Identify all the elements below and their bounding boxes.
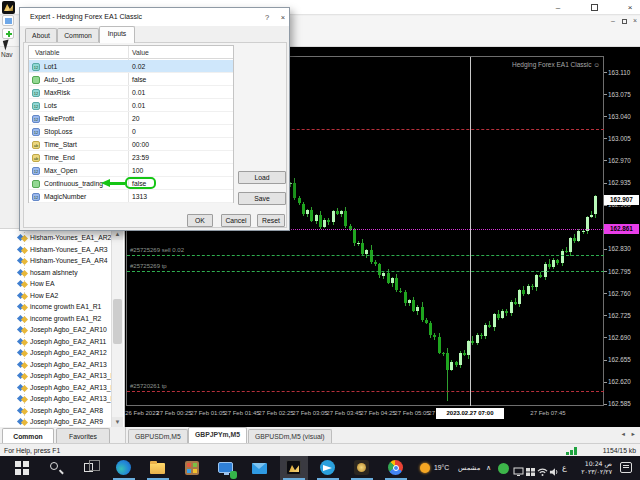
reset-button[interactable]: Reset <box>257 214 285 227</box>
param-row-continuous_trading[interactable]: Continuous_tradingfalse <box>29 177 233 190</box>
param-row-time_end[interactable]: abTime_End23:59 <box>29 151 233 164</box>
time-axis-label: 27 Feb 03:05 <box>292 410 327 416</box>
time-axis-label: 27 Feb 02:25 <box>258 410 293 416</box>
task-view-icon <box>82 460 98 476</box>
tray-chevron-icon[interactable]: ∧ <box>486 464 491 472</box>
tray-green-status-icon[interactable] <box>498 463 509 474</box>
param-row-auto_lots[interactable]: Auto_Lotsfalse <box>29 73 233 86</box>
tabs-scroll-right-icon[interactable]: ► <box>631 431 636 437</box>
new-order-icon[interactable] <box>2 15 14 26</box>
param-row-stoploss[interactable]: 12StopLoss0 <box>29 125 233 138</box>
tray-grid-icon[interactable] <box>525 463 536 473</box>
mdi-minimize-button[interactable]: – <box>608 17 618 25</box>
param-value[interactable]: 23:59 <box>132 154 149 161</box>
vertical-time-line[interactable] <box>470 57 471 406</box>
taskbar-icon-telegram[interactable] <box>314 456 342 480</box>
param-value[interactable]: 0.01 <box>132 102 145 109</box>
scrollbar-thumb[interactable] <box>113 299 122 344</box>
chart-tab[interactable]: GBPUSDm,M5 <box>128 429 188 443</box>
mdi-restore-button[interactable] <box>619 18 629 26</box>
param-row-max_open[interactable]: 12Max_Open100 <box>29 164 233 177</box>
start-icon <box>14 460 30 476</box>
nav-item-ea[interactable]: Joseph Agbo_EA2_AR13_R1 <box>0 370 112 382</box>
param-name: Lot1 <box>44 63 57 70</box>
dialog-tab-panel: Variable Value 12Lot10.02Auto_Lotsfalse1… <box>23 42 287 228</box>
nav-item-ea[interactable]: Hisham-Younes_EA_AR4 <box>0 255 112 267</box>
taskbar-icon-pc-manager[interactable] <box>212 456 240 480</box>
param-row-magicnumber[interactable]: 12MagicNumber1313 <box>29 190 233 203</box>
param-value[interactable]: false <box>132 76 146 83</box>
window-maximize-button[interactable] <box>584 2 604 13</box>
weather-widget[interactable]: 19°C مشمس <box>418 456 480 480</box>
taskbar-icon-mt4[interactable] <box>280 456 308 480</box>
param-value[interactable]: 0.01 <box>132 89 145 96</box>
dialog-help-button[interactable]: ? <box>260 12 274 23</box>
nav-item-ea[interactable]: Joseph Agbo_EA2_AR12 <box>0 347 112 359</box>
nav-item-ea[interactable]: Joseph Agbo_EA2_AR9 <box>0 416 112 428</box>
dialog-tab-inputs[interactable]: Inputs <box>99 26 135 43</box>
nav-item-ea[interactable]: Joseph Agbo_EA2_AR10 <box>0 324 112 336</box>
param-name: Time_End <box>44 154 75 161</box>
param-row-lot1[interactable]: 12Lot10.02 <box>29 60 233 73</box>
save-button[interactable]: Save <box>238 192 286 205</box>
nav-item-ea[interactable]: Hisham-Younes_EA_AR3 <box>0 244 112 256</box>
nav-item-ea[interactable]: income growth EA1_R1 <box>0 301 112 313</box>
navigator-scrollbar[interactable]: ▲ ▼ <box>111 229 123 428</box>
cancel-button[interactable]: Cancel <box>221 214 251 227</box>
taskbar-icon-edge[interactable] <box>110 456 138 480</box>
param-row-time_start[interactable]: abTime_Start00:00 <box>29 138 233 151</box>
chart-tab[interactable]: GBPUSDm,M5 (visual) <box>248 429 332 443</box>
ok-button[interactable]: OK <box>187 214 213 227</box>
dialog-tab-about[interactable]: About <box>25 28 57 42</box>
navigator-tab-common[interactable]: Common <box>2 428 54 443</box>
nav-item-ea[interactable]: Joseph Agbo_EA2_AR11 <box>0 336 112 348</box>
nav-item-ea[interactable]: income growth EA1_R2 <box>0 313 112 325</box>
action-center-icon[interactable] <box>620 462 632 473</box>
add-chart-icon[interactable] <box>2 28 14 39</box>
param-value[interactable]: 1313 <box>132 193 147 200</box>
load-button[interactable]: Load <box>238 171 286 184</box>
nav-item-ea[interactable]: Hisham-Younes_EA1_AR2 <box>0 232 112 244</box>
param-row-takeprofit[interactable]: 12TakeProfit20 <box>29 112 233 125</box>
nav-item-ea[interactable]: Joseph Agbo_EA2_AR13_R3 <box>0 393 112 405</box>
param-value[interactable]: 00:00 <box>132 141 149 148</box>
taskbar-icon-start[interactable] <box>8 456 36 480</box>
mdi-close-button[interactable]: × <box>630 17 640 25</box>
dialog-title-bar[interactable]: Expert - Hedging Forex EA1 Classic ? × <box>20 8 289 26</box>
param-value[interactable]: 0 <box>132 128 136 135</box>
tabs-scroll-left-icon[interactable]: ◄ <box>621 431 626 437</box>
param-row-maxrisk[interactable]: 12MaxRisk0.01 <box>29 86 233 99</box>
volume-icon[interactable] <box>549 463 560 473</box>
taskbar-icon-gold-app[interactable] <box>348 456 376 480</box>
window-minimize-button[interactable]: – <box>548 2 568 13</box>
mail-icon <box>252 460 268 476</box>
taskbar-icon-mail[interactable] <box>246 456 274 480</box>
tray-monitor-icon[interactable] <box>513 463 524 473</box>
taskbar-clock[interactable]: 10:24 ص ٢٠٢٣/٠٢/٢٧ <box>566 460 612 476</box>
taskbar-icon-search[interactable] <box>42 456 70 480</box>
price-tick-label: 162.690 <box>608 334 631 341</box>
chart-tab[interactable]: GBPJPYm,M5 <box>188 427 247 443</box>
taskbar-icon-file-explorer[interactable] <box>144 456 172 480</box>
nav-item-ea[interactable]: How EA <box>0 278 112 290</box>
dialog-tab-common[interactable]: Common <box>57 28 99 42</box>
nav-item-ea[interactable]: How EA2 <box>0 290 112 302</box>
wifi-icon[interactable] <box>537 463 548 473</box>
taskbar-icon-task-view[interactable] <box>76 456 104 480</box>
order-line-label: #25720261 tp <box>130 383 167 389</box>
taskbar-icon-package-app[interactable] <box>178 456 206 480</box>
param-value[interactable]: 20 <box>132 115 140 122</box>
nav-item-ea[interactable]: Joseph Agbo_EA2_AR13_R2 <box>0 382 112 394</box>
window-close-button[interactable]: × <box>620 2 640 13</box>
column-header-value: Value <box>132 49 149 56</box>
navigator-tab-favorites[interactable]: Favorites <box>56 428 110 443</box>
nav-item-ea[interactable]: hosam alshnety <box>0 267 112 279</box>
taskbar-icon-chrome[interactable] <box>382 456 410 480</box>
param-value[interactable]: 100 <box>132 167 143 174</box>
param-row-lots[interactable]: 12Lots0.01 <box>29 99 233 112</box>
dialog-close-button[interactable]: × <box>276 12 290 23</box>
nav-item-ea[interactable]: Joseph Agbo_EA2_AR8 <box>0 405 112 417</box>
param-name: StopLoss <box>44 128 72 135</box>
nav-item-ea[interactable]: Joseph Agbo_EA2_AR13 <box>0 359 112 371</box>
param-value[interactable]: 0.02 <box>132 63 145 70</box>
